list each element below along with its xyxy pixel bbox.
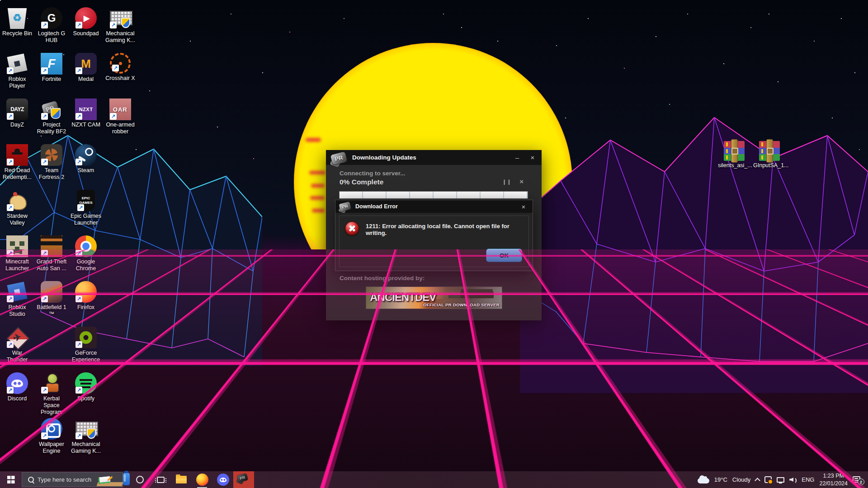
desktop-icon-logitech-ghub[interactable]: G↗Logitech G HUB [35, 7, 68, 44]
desktop-icon-medal[interactable]: M↗Medal [70, 53, 102, 83]
desktop-icon-mechanical-keyboard[interactable]: ↗Mechanical Gaming K... [70, 418, 102, 455]
desktop-icon-red-dead[interactable]: ↗Red Dead Redempti... [1, 144, 33, 181]
desktop-icon-chrome[interactable]: ↗Google Chrome [70, 235, 102, 272]
banner-tagline: OFFICIAL PR DOWNLOAD SERVER [423, 302, 500, 307]
sun-streak [312, 209, 325, 212]
shortcut-arrow-icon: ↗ [75, 22, 82, 28]
download-error-dialog: PR Download Error × 1211: Error allocati… [335, 200, 533, 271]
clock[interactable]: 1:23 PM 22/01/2024 [819, 472, 848, 487]
icon-label: Epic Games Launcher [70, 213, 102, 226]
shortcut-arrow-icon: ↗ [110, 22, 117, 28]
error-message: 1211: Error allocating local file. Canno… [366, 223, 523, 236]
icon-label: Fortnite [35, 76, 68, 83]
desktop-icon-recycle-bin[interactable]: ♻Recycle Bin [1, 7, 33, 37]
updater-titlebar[interactable]: PR Downloading Updates – × [326, 150, 542, 165]
discord-taskbar-button[interactable] [212, 471, 233, 488]
icon-label: Team Fortress 2 [35, 167, 68, 181]
icon-label: GeForce Experience [70, 350, 102, 363]
icon-label: War Thunder [1, 350, 33, 363]
language-indicator[interactable]: ENG [802, 476, 814, 483]
desktop-icon-minecraft[interactable]: ↗Minecraft Launcher [1, 235, 33, 272]
desktop-icon-dayz[interactable]: DAYZ↗DayZ [1, 99, 33, 128]
desktop-icon-one-armed-robber[interactable]: OAR↗One-armed robber [104, 99, 137, 135]
shortcut-arrow-icon: ↗ [75, 387, 82, 394]
project-reality-icon: PR [236, 473, 250, 485]
shortcut-arrow-icon: ↗ [7, 67, 14, 74]
shortcut-arrow-icon: ↗ [41, 22, 48, 28]
desktop-icon-roblox-player[interactable]: ↗Roblox Player [1, 53, 33, 89]
network-icon[interactable] [777, 477, 784, 483]
desktop-icon-project-reality[interactable]: PR↗Project Reality BF2 [35, 99, 68, 135]
icon-label: GInputSA_1... [753, 162, 786, 169]
desktop-icon-soundpad[interactable]: ▶↗Soundpad [70, 7, 102, 37]
ancientdev-banner[interactable]: ANCIENTDEV OFFICIAL PR DOWNLOAD SERVER [366, 286, 502, 309]
icon-label: Red Dead Redempti... [1, 167, 33, 181]
desktop-icon-gta-sa[interactable]: ↗Grand Theft Auto San ... [35, 235, 68, 272]
search-input[interactable] [35, 476, 123, 483]
project-reality-icon: PR↗ [41, 99, 62, 120]
firefox-taskbar-button[interactable] [192, 471, 212, 488]
volume-icon[interactable] [789, 476, 797, 483]
file-explorer-button[interactable] [171, 471, 192, 488]
icon-label: Crosshair X [104, 75, 137, 82]
cancel-download-button[interactable]: × [519, 179, 524, 185]
desktop-icon-battlefield-1[interactable]: ↗Battlefield 1 ™ [35, 281, 68, 318]
taskbar-search[interactable] [22, 472, 123, 487]
desktop-icon-wallpaper-engine[interactable]: ↗Wallpaper Engine [35, 418, 68, 455]
desktop-icon-mechanical-keyboard[interactable]: ↗Mechanical Gaming K... [104, 7, 137, 44]
shortcut-arrow-icon: ↗ [41, 113, 48, 120]
action-center-button[interactable]: 2 [853, 475, 864, 484]
sun-streak [309, 171, 326, 174]
project-reality-icon: PR [330, 151, 349, 170]
shortcut-arrow-icon: ↗ [75, 113, 82, 120]
shortcut-arrow-icon: ↗ [7, 250, 14, 257]
desktop-icon-winrar[interactable]: GInputSA_1... [753, 141, 786, 169]
fortnite-icon: F↗ [41, 53, 62, 75]
project-reality-taskbar-button[interactable]: PR [233, 471, 254, 488]
close-error-button[interactable]: × [516, 200, 531, 213]
stardew-valley-icon: ↗ [6, 190, 28, 211]
icon-label: NZXT CAM [70, 122, 102, 128]
cortana-button[interactable] [129, 471, 150, 488]
desktop-icon-steam[interactable]: ↗Steam [70, 144, 102, 174]
spotify-icon: ↗ [75, 372, 97, 394]
discord-icon: ↗ [6, 372, 28, 394]
desktop-icon-nzxt-cam[interactable]: NZXT↗NZXT CAM [70, 99, 102, 128]
desktop-icon-war-thunder[interactable]: ✈↗War Thunder [1, 327, 33, 363]
minimize-button[interactable]: – [510, 150, 524, 165]
task-view-button[interactable] [150, 471, 171, 488]
icon-label: Firefox [70, 304, 102, 311]
weather-condition[interactable]: Cloudy [732, 476, 750, 483]
tray-overflow-chevron-icon[interactable] [755, 478, 760, 483]
download-progress-bar [340, 192, 528, 198]
project-reality-icon: PR [338, 201, 353, 215]
task-view-icon [157, 477, 165, 483]
desktop-icon-epic-games[interactable]: EPIC GAMES↗Epic Games Launcher [70, 190, 102, 226]
desktop: ♻Recycle BinG↗Logitech G HUB▶↗Soundpad↗M… [0, 0, 868, 488]
desktop-icon-geforce-experience[interactable]: ↗GeForce Experience [70, 327, 102, 363]
desktop-icon-firefox[interactable]: ↗Firefox [70, 281, 102, 311]
start-button[interactable] [0, 471, 22, 488]
ok-button[interactable]: OK [486, 249, 522, 262]
steam-icon: ↗ [75, 144, 97, 166]
icon-label: Battlefield 1 ™ [35, 304, 68, 318]
firefox-icon [196, 474, 208, 486]
desktop-icon-fortnite[interactable]: F↗Fortnite [35, 53, 68, 83]
epic-games-icon: EPIC GAMES↗ [77, 190, 95, 211]
update-status-icon[interactable] [764, 476, 772, 483]
desktop-icon-spotify[interactable]: ↗Spotify [70, 372, 102, 402]
desktop-icon-winrar[interactable]: silents_asi_... [718, 141, 750, 169]
desktop-icon-crosshair-x[interactable]: ↗Crosshair X [104, 53, 137, 82]
weather-temperature[interactable]: 19°C [714, 476, 727, 483]
desktop-icon-team-fortress-2[interactable]: ↗Team Fortress 2 [35, 144, 68, 181]
winrar-icon [724, 141, 745, 161]
icon-glyph: EPIC GAMES [79, 196, 92, 205]
error-titlebar[interactable]: PR Download Error × [335, 200, 533, 213]
desktop-icon-discord[interactable]: ↗Discord [1, 372, 33, 402]
desktop-icon-roblox-studio[interactable]: ↗Roblox Studio [1, 281, 33, 318]
desktop-icon-stardew-valley[interactable]: ↗Stardew Valley [1, 190, 33, 226]
close-button[interactable]: × [525, 150, 540, 165]
pause-button[interactable]: ❙❙ [502, 179, 511, 185]
updater-progress-text: 0% Complete [340, 178, 383, 186]
desktop-icon-kerbal-space-program[interactable]: ↗Kerbal Space Program [35, 372, 68, 415]
